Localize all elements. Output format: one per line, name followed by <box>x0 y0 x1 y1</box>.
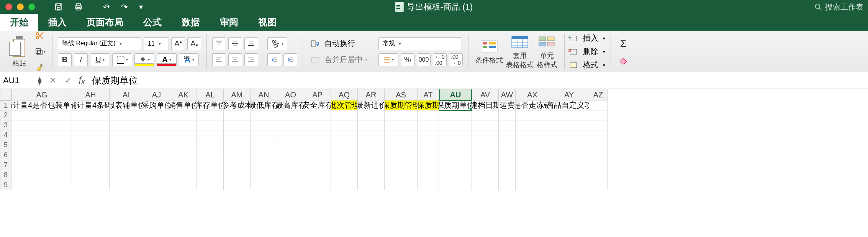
cell-AV3[interactable] <box>472 120 499 130</box>
cell-AJ1[interactable]: 采购单位 <box>143 100 170 110</box>
cell-AZ7[interactable] <box>589 160 608 170</box>
fill-color-button[interactable]: ▾ <box>134 53 154 66</box>
row-header-8[interactable]: 8 <box>0 170 11 180</box>
cell-AG3[interactable] <box>11 120 72 130</box>
cell-AG1[interactable]: 辅计量4是否包装单位 <box>11 100 72 110</box>
tab-view[interactable]: 视图 <box>248 14 287 31</box>
cell-AW7[interactable] <box>499 160 516 170</box>
cell-AL5[interactable] <box>197 140 224 150</box>
align-middle-button[interactable] <box>228 37 242 50</box>
cell-AY5[interactable] <box>549 140 589 150</box>
cell-AR1[interactable]: 最新进价 <box>358 100 385 110</box>
increase-indent-button[interactable] <box>283 53 297 66</box>
cell-AU4[interactable] <box>439 130 472 140</box>
font-size-select[interactable]: 11 ▾ <box>144 37 169 50</box>
cell-AG5[interactable] <box>11 140 72 150</box>
cell-AK2[interactable] <box>170 110 197 120</box>
cell-AR3[interactable] <box>358 120 385 130</box>
cell-AQ9[interactable] <box>331 180 358 190</box>
cell-AY6[interactable] <box>549 150 589 160</box>
cell-AM1[interactable]: 参考成本 <box>224 100 251 110</box>
column-header-AO[interactable]: AO <box>277 89 304 100</box>
cell-AS7[interactable] <box>385 160 418 170</box>
cell-AV2[interactable] <box>472 110 499 120</box>
column-header-AH[interactable]: AH <box>72 89 110 100</box>
cell-AJ6[interactable] <box>143 150 170 160</box>
column-header-AK[interactable]: AK <box>170 89 197 100</box>
decrease-font-button[interactable]: A▾ <box>187 37 201 50</box>
cell-AW9[interactable] <box>499 180 516 190</box>
cell-AO7[interactable] <box>277 160 304 170</box>
cell-AL8[interactable] <box>197 170 224 180</box>
cut-button[interactable] <box>33 29 47 42</box>
cell-AW5[interactable] <box>499 140 516 150</box>
cell-AJ7[interactable] <box>143 160 170 170</box>
cell-AG4[interactable] <box>11 130 72 140</box>
cell-AS9[interactable] <box>385 180 418 190</box>
delete-cells-button[interactable]: × 删除 ▾ <box>570 46 605 57</box>
paste-button[interactable]: 粘贴 <box>9 36 29 68</box>
align-bottom-button[interactable] <box>244 37 258 50</box>
cell-AZ2[interactable] <box>589 110 608 120</box>
select-all-corner[interactable] <box>0 89 11 100</box>
cell-AR7[interactable] <box>358 160 385 170</box>
cell-AJ3[interactable] <box>143 120 170 130</box>
cell-AV4[interactable] <box>472 130 499 140</box>
format-as-table-button[interactable]: 套用 表格格式 <box>504 34 535 69</box>
cell-AS1[interactable]: 保质期管理 <box>385 100 418 110</box>
column-header-AG[interactable]: AG <box>11 89 72 100</box>
percent-format-button[interactable]: % <box>401 53 414 66</box>
cell-AU2[interactable] <box>439 110 472 120</box>
column-header-AJ[interactable]: AJ <box>143 89 170 100</box>
column-header-AQ[interactable]: AQ <box>331 89 358 100</box>
redo-button[interactable]: ↷▾ <box>117 2 131 12</box>
zoom-window-button[interactable] <box>28 3 35 10</box>
cell-AM9[interactable] <box>224 180 251 190</box>
cell-AV1[interactable]: 建档日期 <box>472 100 499 110</box>
undo-button[interactable]: ↶▾ <box>99 2 113 12</box>
cell-AP4[interactable] <box>304 130 331 140</box>
column-header-AS[interactable]: AS <box>385 89 418 100</box>
cell-AS4[interactable] <box>385 130 418 140</box>
row-header-4[interactable]: 4 <box>0 130 11 140</box>
cell-AK8[interactable] <box>170 170 197 180</box>
cell-AI5[interactable] <box>110 140 143 150</box>
cell-AZ8[interactable] <box>589 170 608 180</box>
cell-AX5[interactable] <box>516 140 549 150</box>
cell-AL2[interactable] <box>197 110 224 120</box>
tab-home[interactable]: 开始 <box>0 14 38 31</box>
orientation-button[interactable]: ab▾ <box>267 37 287 50</box>
decrease-indent-button[interactable] <box>267 53 281 66</box>
cell-AM8[interactable] <box>224 170 251 180</box>
cell-AL7[interactable] <box>197 160 224 170</box>
cell-AT5[interactable] <box>418 140 439 150</box>
clear-button[interactable] <box>616 53 630 66</box>
cell-AP2[interactable] <box>304 110 331 120</box>
cell-AL1[interactable]: 库存单位 <box>197 100 224 110</box>
comma-format-button[interactable]: 000 <box>417 53 431 66</box>
cell-AP7[interactable] <box>304 160 331 170</box>
cell-AQ4[interactable] <box>331 130 358 140</box>
cell-AV8[interactable] <box>472 170 499 180</box>
cell-AK3[interactable] <box>170 120 197 130</box>
cell-AX4[interactable] <box>516 130 549 140</box>
format-painter-button[interactable] <box>33 61 47 74</box>
cell-AN9[interactable] <box>251 180 277 190</box>
cell-AJ5[interactable] <box>143 140 170 150</box>
cell-AX1[interactable]: 是否走冻链 <box>516 100 549 110</box>
cell-AK5[interactable] <box>170 140 197 150</box>
row-header-7[interactable]: 7 <box>0 160 11 170</box>
row-header-9[interactable]: 9 <box>0 180 11 190</box>
row-header-1[interactable]: 1 <box>0 100 11 110</box>
cell-AZ4[interactable] <box>589 130 608 140</box>
cell-AW1[interactable]: 运费 <box>499 100 516 110</box>
cell-AO4[interactable] <box>277 130 304 140</box>
align-top-button[interactable] <box>212 37 226 50</box>
cell-AO2[interactable] <box>277 110 304 120</box>
cell-AS2[interactable] <box>385 110 418 120</box>
cell-AK6[interactable] <box>170 150 197 160</box>
cell-AM2[interactable] <box>224 110 251 120</box>
cell-AP5[interactable] <box>304 140 331 150</box>
cell-AU1[interactable]: 保质期单位 <box>439 100 472 110</box>
cell-AW6[interactable] <box>499 150 516 160</box>
